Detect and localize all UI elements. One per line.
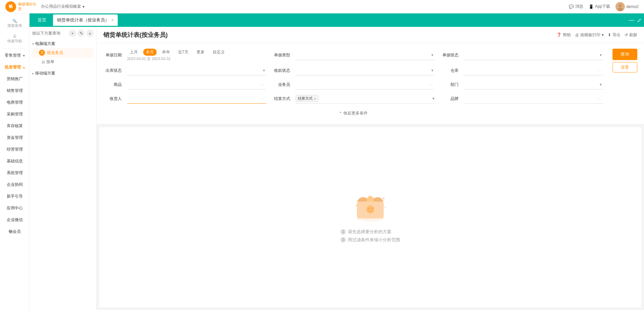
svg-text:✦: ✦ — [382, 196, 385, 201]
sidebar-item-marketing[interactable]: 营销推广 — [1, 73, 28, 85]
sidebar-item-basic[interactable]: 基础信息 — [1, 156, 28, 167]
doc-type-field[interactable] — [296, 50, 435, 60]
sidebar-item-wechat[interactable]: 企业微信 — [1, 214, 28, 225]
scheme-item-salesman[interactable]: 员 按业务员 — [32, 48, 94, 57]
settlement-remove[interactable]: × — [314, 97, 316, 101]
query-button[interactable]: 查询 — [612, 49, 637, 60]
date-this-month[interactable]: 本月 — [143, 49, 157, 56]
tab-home[interactable]: 首页 — [32, 15, 52, 25]
print-icon: 🖨 — [575, 33, 579, 37]
salesman-label: 业务员 — [272, 82, 290, 88]
content-area: 首页 销货单统计表（按业务员） × — ⤢ 按以下方案查询 + ✎ « — [30, 13, 644, 310]
export-btn[interactable]: ⬇ 导出 — [608, 32, 621, 38]
refresh-btn[interactable]: ↺ 刷新 — [625, 32, 637, 38]
sidebar-quick-nav[interactable]: ☰ 快捷导航 — [1, 32, 28, 46]
logo-icon: 畅 — [5, 1, 16, 12]
date-field-wrapper: 上月 本月 本年 近7天 更多 自定义 2023-03-01 至 2023-03… — [127, 49, 266, 61]
sidebar-item-corp[interactable]: 企业协同 — [1, 179, 28, 190]
date-7days[interactable]: 近7天 — [175, 49, 191, 56]
payment-status-field[interactable] — [296, 65, 435, 75]
empty-state: ✦ ✦ ✦ 1 请先选择要分析的方案 2 用过滤条件来缩小分析范围 — [99, 127, 641, 307]
department-label: 部门 — [440, 82, 459, 88]
settings-button[interactable]: 设置 — [612, 62, 637, 72]
help-btn[interactable]: ❓ 帮助 — [556, 32, 571, 38]
tab-maximize-btn[interactable]: ⤢ — [637, 17, 641, 23]
stock-status-label: 出库状态 — [103, 68, 122, 73]
empty-icon: ✦ ✦ ✦ — [350, 190, 390, 223]
template-print-btn[interactable]: 🖨 按模板打印 ▾ — [575, 32, 604, 38]
scheme-item-order[interactable]: ⊞ 按单 — [32, 57, 94, 66]
wholesale-arrow: ▴ — [23, 66, 25, 69]
date-custom[interactable]: 自定义 — [210, 49, 227, 56]
svg-point-6 — [368, 208, 369, 209]
main-panel: 销货单统计表(按业务员) ❓ 帮助 🖨 按模板打印 ▾ ⬇ — [97, 27, 644, 310]
desktop-scheme-group: ▾ 电脑端方案 员 按业务员 ⊞ 按单 — [32, 40, 94, 66]
stock-status-field[interactable] — [127, 65, 266, 75]
query-btn-area: 查询 设置 — [612, 49, 637, 72]
user-avatar-area[interactable]: demo2 — [615, 2, 639, 11]
scheme-actions: + ✎ « — [69, 30, 94, 37]
date-label: 单据日期 — [103, 52, 122, 58]
scheme-active-icon: 员 — [39, 50, 45, 56]
desktop-arrow: ▾ — [32, 42, 34, 46]
sidebar-item-finance[interactable]: 资金管理 — [1, 132, 28, 143]
tab-bar-right: — ⤢ — [629, 17, 641, 23]
tab-active[interactable]: 销货单统计表（按业务员） × — [53, 14, 118, 26]
sidebar-item-wholesale[interactable]: 批发管理 ▴ — [1, 62, 28, 73]
sidebar-search[interactable]: 🔍 搜索菜单 — [1, 16, 28, 31]
breadcrumb-text: 办公用品行业模拟账套 — [41, 4, 81, 9]
hint2-num: 2 — [340, 237, 346, 243]
search-icon: 🔍 — [12, 19, 17, 23]
filter-row-3: 商品 业务员 部门 — [103, 80, 603, 90]
doc-type-label: 单据类型 — [272, 52, 290, 58]
scheme-edit-btn[interactable]: ✎ — [77, 30, 85, 37]
phone-icon: 📱 — [589, 4, 594, 9]
date-more[interactable]: 更多 — [194, 49, 207, 56]
svg-text:✦: ✦ — [355, 204, 358, 207]
receiver-label: 收货人 — [103, 96, 122, 102]
username-label: demo2 — [626, 4, 639, 9]
brand-field[interactable] — [464, 94, 603, 104]
warehouse-field[interactable] — [464, 65, 603, 75]
sidebar-item-apps[interactable]: 应用中心 — [1, 203, 28, 214]
sidebar-item-ecom[interactable]: 电商管理 — [1, 97, 28, 108]
svg-point-2 — [618, 8, 623, 11]
sidebar-item-operation[interactable]: 经营管理 — [1, 144, 28, 155]
app-download-btn[interactable]: 📱 App下载 — [589, 4, 610, 9]
svg-text:✦: ✦ — [384, 206, 386, 209]
sidebar-item-purchase[interactable]: 采购管理 — [1, 109, 28, 120]
message-label: 消息 — [575, 4, 583, 9]
scheme-collapse-btn[interactable]: « — [86, 30, 94, 37]
date-filter: 上月 本月 本年 近7天 更多 自定义 — [127, 49, 266, 56]
scheme-add-btn[interactable]: + — [69, 30, 76, 37]
settlement-field[interactable]: 结算方式 × ▾ — [296, 94, 435, 104]
svg-point-1 — [619, 4, 622, 7]
tab-label: 销货单统计表（按业务员） — [57, 17, 109, 23]
avatar — [615, 2, 625, 11]
sidebar-item-sales[interactable]: 销售管理 — [1, 85, 28, 96]
nav-icon: ☰ — [13, 34, 16, 38]
sidebar-item-retail[interactable]: 零售管理 ▾ — [1, 50, 28, 61]
hint2-text: 用过滤条件来缩小分析范围 — [348, 237, 400, 243]
doc-status-field[interactable] — [464, 50, 603, 60]
message-btn[interactable]: 💬 消息 — [569, 4, 583, 9]
receiver-field[interactable] — [127, 94, 266, 104]
department-field[interactable] — [464, 80, 603, 90]
collapse-row[interactable]: ⌃ 收起更多条件 — [103, 108, 603, 119]
mobile-group-label[interactable]: ▸ 移动端方案 — [32, 69, 94, 78]
warehouse-label: 仓库 — [440, 68, 459, 73]
sidebar-item-inventory[interactable]: 库存核算 — [1, 120, 28, 132]
mobile-arrow: ▸ — [32, 71, 34, 75]
settlement-label: 结算方式 — [272, 96, 290, 102]
date-last-month[interactable]: 上月 — [127, 49, 141, 56]
date-this-year[interactable]: 本年 — [159, 49, 173, 56]
goods-field[interactable] — [127, 80, 266, 90]
tab-close-icon[interactable]: × — [111, 18, 114, 22]
sidebar-item-system[interactable]: 系统管理 — [1, 167, 28, 178]
salesman-field[interactable] — [296, 80, 435, 90]
sidebar-item-member[interactable]: 畅会员 — [1, 226, 28, 237]
sidebar-item-newbie[interactable]: 新手引导 — [1, 191, 28, 202]
tab-minimize-btn[interactable]: — — [629, 17, 634, 23]
hint1-text: 请先选择要分析的方案 — [348, 229, 391, 235]
desktop-group-label[interactable]: ▾ 电脑端方案 — [32, 40, 94, 48]
